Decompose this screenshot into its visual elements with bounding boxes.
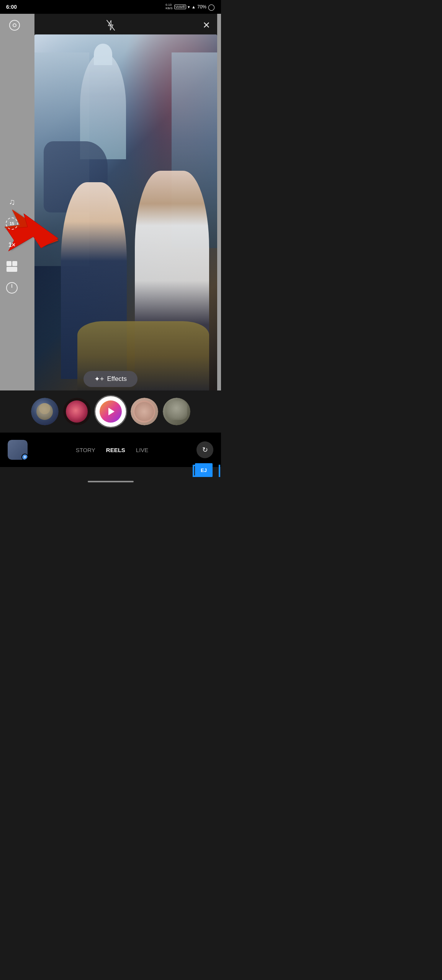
media-thumbnail-1[interactable]: [31, 398, 59, 425]
watermark-bracket-right: [216, 465, 220, 477]
gallery-plus-icon: +: [21, 454, 28, 460]
layout-button[interactable]: [5, 259, 19, 274]
home-indicator: [88, 481, 134, 482]
timer-button[interactable]: 15: [5, 216, 19, 231]
thumb-1-image: [31, 398, 59, 425]
speed-button[interactable]: 1×: [5, 238, 19, 252]
thumb-2-image: [63, 398, 91, 425]
status-icons: 0.13KB/S VoWifi ▾ ▲ 70% ◯: [165, 3, 215, 11]
close-icon: ✕: [203, 20, 210, 31]
tab-story[interactable]: STORY: [75, 445, 96, 455]
data-speed-icon: 0.13KB/S: [165, 3, 172, 10]
tab-reels[interactable]: REELS: [105, 445, 126, 455]
capture-button[interactable]: [95, 396, 126, 427]
signal-icon: ▲: [192, 5, 196, 9]
effects-label: Effects: [107, 375, 127, 383]
layout-icon: [6, 260, 18, 273]
status-time: 6:00: [6, 4, 17, 10]
settings-inner: [13, 23, 16, 27]
media-strip: [0, 390, 221, 433]
settings-button[interactable]: [8, 18, 21, 32]
effects-button[interactable]: ✦+ Effects: [83, 371, 138, 387]
left-controls: ♫ 15 1×: [5, 195, 19, 295]
wifi-icon: ▾: [188, 5, 190, 10]
thumb-4-image: [131, 398, 158, 425]
timer-circle-icon: 15: [6, 217, 18, 230]
status-bar: 6:00 0.13KB/S VoWifi ▾ ▲ 70% ◯: [0, 0, 221, 14]
bg-right: [217, 14, 221, 390]
figure-group: [53, 159, 217, 391]
music-button[interactable]: ♫: [5, 195, 19, 209]
nav-tabs: STORY REELS LIVE: [75, 445, 149, 455]
media-thumbnail-5[interactable]: [163, 398, 190, 425]
music-icon: ♫: [9, 197, 15, 207]
top-controls: ✕: [0, 14, 221, 37]
speed-icon: 1×: [8, 242, 15, 248]
effects-area: ✦+ Effects: [0, 368, 221, 390]
watermark-inner: EJ: [195, 463, 213, 477]
watermark: EJ: [195, 463, 218, 479]
battery-indicator: 70%: [197, 4, 206, 10]
timer-value: 15: [10, 221, 14, 226]
settings-icon: [9, 20, 20, 31]
vowifi-icon: VoWifi: [174, 5, 187, 9]
capture-inner: [100, 400, 122, 423]
effects-sparkle-icon: ✦+: [94, 375, 104, 383]
media-thumbnail-4[interactable]: [131, 398, 158, 425]
svg-line-0: [107, 20, 115, 30]
tab-live[interactable]: LIVE: [135, 445, 149, 455]
play-icon: [108, 408, 115, 415]
nav-gallery-button[interactable]: +: [8, 440, 28, 460]
media-thumbnail-2[interactable]: [63, 398, 91, 425]
close-button[interactable]: ✕: [200, 18, 213, 32]
thumb-5-image: [163, 398, 190, 425]
countdown-icon: [6, 282, 18, 294]
countdown-button[interactable]: [5, 281, 19, 295]
flash-off-icon: [106, 20, 115, 31]
flash-button[interactable]: [104, 18, 118, 32]
battery-icon: ◯: [208, 3, 215, 11]
flip-camera-icon: ↺: [202, 446, 208, 454]
flip-camera-button[interactable]: ↺: [196, 441, 213, 458]
nav-bar: + STORY REELS LIVE ↺: [0, 433, 221, 467]
